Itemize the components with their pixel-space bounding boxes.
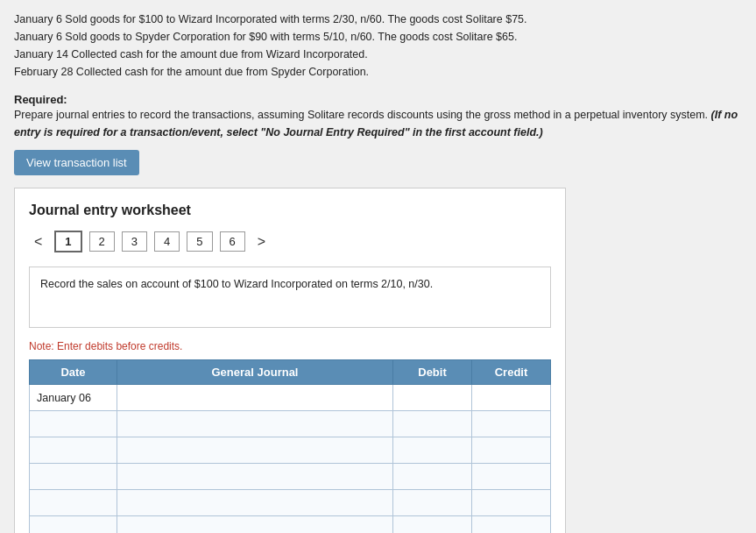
credit-input-4[interactable] [472, 464, 550, 489]
journal-cell-4[interactable] [117, 464, 393, 490]
worksheet-description: Record the sales on account of $100 to W… [29, 266, 551, 328]
next-arrow[interactable]: > [252, 232, 271, 252]
header-debit: Debit [393, 360, 472, 385]
journal-cell-1[interactable] [117, 385, 393, 411]
journal-entry-worksheet: Journal entry worksheet < 1 2 3 4 5 6 > … [14, 188, 566, 533]
debit-input-2[interactable] [393, 411, 471, 437]
prev-arrow[interactable]: < [29, 232, 47, 252]
page-4[interactable]: 4 [154, 231, 180, 252]
journal-input-1[interactable] [117, 385, 392, 410]
date-cell-1: January 06 [30, 385, 117, 411]
note-text: Note: Enter debits before credits. [29, 340, 551, 352]
debit-input-6[interactable] [393, 516, 471, 533]
journal-table: Date General Journal Debit Credit Januar… [29, 359, 551, 533]
table-row [30, 464, 551, 490]
debit-cell-5[interactable] [393, 490, 472, 516]
page-1[interactable]: 1 [54, 231, 81, 252]
journal-input-5[interactable] [117, 490, 392, 515]
intro-text: January 6 Sold goods for $100 to Wizard … [14, 11, 742, 81]
date-cell-5 [30, 490, 117, 516]
required-section: Required: Prepare journal entries to rec… [14, 93, 742, 141]
intro-line-3: January 14 Collected cash for the amount… [14, 46, 742, 63]
credit-cell-3[interactable] [472, 437, 551, 464]
page-3[interactable]: 3 [122, 231, 147, 252]
journal-cell-2[interactable] [117, 411, 393, 437]
credit-input-6[interactable] [472, 516, 550, 533]
credit-cell-2[interactable] [472, 411, 551, 437]
debit-input-3[interactable] [393, 437, 471, 463]
debit-input-4[interactable] [393, 464, 471, 489]
table-row: January 06 [30, 385, 551, 411]
date-cell-6 [30, 516, 117, 534]
instruction: Prepare journal entries to record the tr… [14, 106, 742, 141]
table-row [30, 490, 551, 516]
journal-cell-5[interactable] [117, 490, 393, 516]
page-5[interactable]: 5 [187, 231, 212, 252]
page-2[interactable]: 2 [89, 231, 115, 252]
credit-cell-6[interactable] [472, 516, 551, 534]
journal-input-6[interactable] [117, 516, 392, 533]
credit-cell-5[interactable] [472, 490, 551, 516]
intro-line-1: January 6 Sold goods for $100 to Wizard … [14, 11, 742, 28]
credit-cell-1[interactable] [472, 385, 551, 411]
debit-cell-4[interactable] [393, 464, 472, 490]
journal-cell-6[interactable] [117, 516, 393, 534]
worksheet-title: Journal entry worksheet [29, 203, 551, 218]
debit-input-5[interactable] [393, 490, 471, 515]
intro-line-4: February 28 Collected cash for the amoun… [14, 63, 742, 81]
table-row [30, 411, 551, 437]
header-general-journal: General Journal [117, 360, 393, 385]
credit-input-3[interactable] [472, 437, 550, 463]
debit-cell-6[interactable] [393, 516, 472, 534]
journal-cell-3[interactable] [117, 437, 393, 464]
debit-cell-2[interactable] [393, 411, 472, 437]
header-credit: Credit [472, 360, 551, 385]
date-cell-2 [30, 411, 117, 437]
date-cell-3 [30, 437, 117, 464]
pagination: < 1 2 3 4 5 6 > [29, 231, 551, 252]
credit-cell-4[interactable] [472, 464, 551, 490]
view-transaction-list-button[interactable]: View transaction list [14, 150, 139, 175]
credit-input-5[interactable] [472, 490, 550, 515]
debit-cell-3[interactable] [393, 437, 472, 464]
journal-input-4[interactable] [117, 464, 392, 489]
credit-input-2[interactable] [472, 411, 550, 437]
journal-input-2[interactable] [117, 411, 392, 437]
required-label: Required: [14, 93, 742, 106]
intro-line-2: January 6 Sold goods to Spyder Corporati… [14, 28, 742, 46]
instruction-normal: Prepare journal entries to record the tr… [14, 109, 708, 121]
table-row [30, 437, 551, 464]
page-6[interactable]: 6 [220, 231, 245, 252]
debit-input-1[interactable] [393, 385, 471, 410]
debit-cell-1[interactable] [393, 385, 472, 411]
credit-input-1[interactable] [472, 385, 550, 410]
table-row [30, 516, 551, 534]
header-date: Date [30, 360, 117, 385]
journal-input-3[interactable] [117, 437, 392, 463]
date-cell-4 [30, 464, 117, 490]
